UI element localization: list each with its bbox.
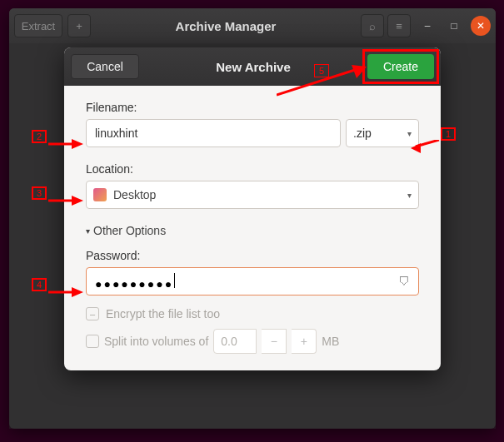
annotation-5: 5: [314, 64, 329, 77]
new-archive-button[interactable]: +: [67, 14, 91, 37]
archive-manager-window: Extract + Archive Manager ⌕ ≡ – □ ✕ Canc…: [9, 8, 496, 429]
menu-icon: ≡: [396, 20, 402, 32]
minimize-button[interactable]: –: [417, 16, 437, 36]
split-increment-button[interactable]: +: [292, 329, 317, 354]
triangle-down-icon: ▾: [86, 226, 90, 236]
location-dropdown[interactable]: Desktop ▾: [86, 181, 419, 209]
dialog-title: New Archive: [139, 60, 367, 74]
password-label: Password:: [86, 249, 419, 262]
encrypt-checkbox: –: [86, 307, 99, 320]
filename-input[interactable]: linuxhint: [86, 119, 341, 147]
new-archive-dialog: Cancel New Archive Create Filename: linu…: [64, 47, 441, 370]
other-options-toggle[interactable]: ▾ Other Options: [86, 224, 419, 237]
split-label: Split into volumes of: [104, 335, 208, 348]
search-button[interactable]: ⌕: [361, 14, 384, 37]
window-title: Archive Manager: [94, 19, 357, 33]
location-value: Desktop: [113, 188, 156, 201]
shield-icon: ⛉: [398, 275, 410, 288]
hamburger-menu-button[interactable]: ≡: [387, 14, 411, 37]
location-label: Location:: [86, 162, 419, 176]
extract-button[interactable]: Extract: [14, 14, 62, 37]
cancel-button[interactable]: Cancel: [71, 54, 139, 79]
dialog-header: Cancel New Archive Create: [64, 47, 441, 86]
chevron-down-icon: ▾: [407, 129, 412, 138]
filename-label: Filename:: [86, 101, 419, 114]
split-unit: MB: [322, 335, 339, 348]
search-icon: ⌕: [369, 20, 376, 32]
annotation-4: 4: [32, 278, 47, 291]
annotation-2: 2: [32, 130, 47, 143]
extension-value: .zip: [353, 127, 372, 140]
chevron-down-icon: ▾: [407, 191, 412, 200]
desktop-icon: [93, 188, 107, 201]
extension-dropdown[interactable]: .zip ▾: [346, 119, 419, 147]
create-button-wrap: Create: [367, 54, 434, 79]
password-mask: ●●●●●●●●●: [95, 273, 398, 291]
other-options-label: Other Options: [93, 224, 166, 237]
encrypt-label: Encrypt the file list too: [106, 307, 220, 320]
split-decrement-button[interactable]: −: [262, 329, 287, 354]
password-input[interactable]: ●●●●●●●●● ⛉: [86, 267, 419, 295]
create-button[interactable]: Create: [367, 54, 434, 79]
titlebar: Extract + Archive Manager ⌕ ≡ – □ ✕: [9, 8, 496, 43]
close-button[interactable]: ✕: [471, 16, 491, 36]
maximize-button[interactable]: □: [444, 16, 464, 36]
split-size-input[interactable]: 0.0: [213, 329, 257, 354]
dialog-body: Filename: linuxhint .zip ▾ Location: Des…: [64, 86, 441, 370]
split-checkbox[interactable]: [86, 335, 99, 348]
annotation-3: 3: [32, 186, 47, 200]
text-cursor: [174, 273, 175, 288]
annotation-1: 1: [441, 127, 456, 141]
